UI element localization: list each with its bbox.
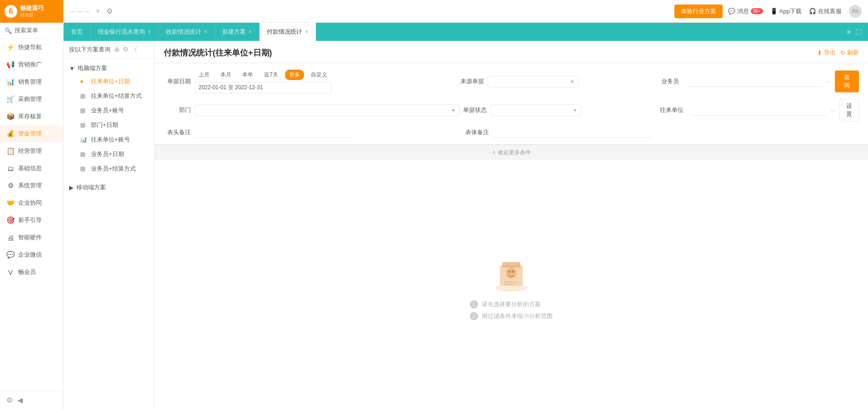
tabbar: 首页 现金银行流水查询 × 收款情况统计 × 新建方案 × 付款情况统计 × ✕…: [64, 23, 868, 41]
date-range-input[interactable]: 2022-01-01 至 2022-12-31: [195, 82, 331, 93]
tab-bank-flow[interactable]: 现金银行流水查询 ×: [90, 23, 159, 41]
scheme-item-partner-account[interactable]: 📊 往来单位+账号: [69, 132, 149, 147]
dept-date-icon: ▦: [80, 121, 87, 129]
refresh-button[interactable]: ↻ 刷新: [840, 49, 859, 57]
operation-icon: 📋: [6, 147, 15, 155]
trial-button[interactable]: 体验行业方案: [674, 5, 723, 18]
message-item[interactable]: 💬 消息 99+: [728, 7, 763, 15]
tab-receipt-stats[interactable]: 收款情况统计 ×: [159, 23, 215, 41]
sidebar-item-vip[interactable]: V 畅会员: [0, 263, 63, 281]
sidebar-item-sales[interactable]: 📊 销售管理: [0, 73, 63, 91]
collapse-sidebar-icon[interactable]: ◀: [17, 396, 23, 404]
tab-new-scheme-close[interactable]: ×: [249, 29, 252, 35]
sidebar-item-enterprise[interactable]: 🤝 企业协同: [0, 194, 63, 212]
partner-date-icon: ●: [80, 78, 87, 85]
tab-new-scheme[interactable]: 新建方案 ×: [215, 23, 259, 41]
search-menu[interactable]: 🔍 搜索菜单: [0, 23, 63, 39]
mobile-group-label: 移动端方案: [76, 183, 106, 192]
service-icon: 🎧: [809, 8, 816, 15]
purchase-icon: 🛒: [6, 95, 15, 103]
filter-col-header-remark: 表头备注: [164, 127, 462, 138]
date-btn-7days[interactable]: 近7天: [260, 70, 282, 80]
sidebar-item-purchase[interactable]: 🛒 采购管理: [0, 91, 63, 108]
tab-home[interactable]: 首页: [64, 23, 90, 41]
doc-status-select-wrap: [490, 105, 581, 116]
sidebar-label-sales: 销售管理: [18, 78, 42, 86]
scheme-settings-icon[interactable]: ⚙: [123, 45, 129, 54]
settings-bottom-icon[interactable]: ⚙: [6, 396, 13, 404]
scheme-group-mobile: ▶ 移动端方案: [64, 178, 154, 195]
partner-more-icon[interactable]: ···: [831, 107, 836, 114]
breadcrumb: — — —: [70, 8, 90, 15]
empty-illustration: [489, 249, 534, 295]
scheme-item-salesman-account[interactable]: ▦ 业务员+账号: [69, 103, 149, 118]
scheme-item-partner-settle[interactable]: ▦ 往来单位+结算方式: [69, 89, 149, 103]
scheme-group-desktop-header[interactable]: ▼ 电脑端方案: [69, 62, 149, 74]
user-avatar[interactable]: Rit: [849, 5, 862, 18]
svg-point-4: [508, 270, 511, 273]
sidebar-item-operation[interactable]: 📋 经营管理: [0, 142, 63, 160]
empty-state: 1 请先选择要分析的方案 2 用过滤条件来缩小分析范围: [155, 160, 868, 409]
partner-input[interactable]: [691, 105, 827, 116]
scheme-add-icon[interactable]: ⊕: [114, 45, 120, 54]
header-remark-input[interactable]: [195, 127, 354, 138]
sidebar-item-wechat[interactable]: 💬 企业微信: [0, 246, 63, 263]
scheme-header-icons: ⊕ ⚙ 《: [114, 45, 137, 54]
sidebar-item-system[interactable]: ⚙ 系统管理: [0, 177, 63, 194]
header-remark-label: 表头备注: [164, 128, 191, 136]
message-label: 消息: [737, 7, 749, 15]
sidebar-item-capital[interactable]: 💰 资金管理: [0, 125, 63, 142]
scheme-item-salesman-settle[interactable]: ▦ 业务员+结算方式: [69, 162, 149, 176]
sidebar-label-purchase: 采购管理: [18, 95, 42, 103]
empty-tip-1: 1 请先选择要分析的方案: [470, 300, 553, 308]
sales-icon: 📊: [6, 78, 15, 86]
topbar-settings-icon[interactable]: ⚙: [106, 7, 113, 15]
scheme-group-desktop: ▼ 电脑端方案 ● 往来单位+日期 ▦ 往来单位+结算方式 ▦ 业务员+账号: [64, 59, 154, 178]
scheme-item-partner-date[interactable]: ● 往来单位+日期: [69, 74, 149, 89]
date-range-value: 2022-01-01 至 2022-12-31: [199, 84, 263, 91]
hardware-icon: 🖨: [6, 234, 15, 242]
tab-receipt-stats-close[interactable]: ×: [204, 29, 207, 35]
tab-payment-stats-close[interactable]: ×: [305, 29, 308, 35]
date-btn-more[interactable]: 更多: [285, 70, 304, 80]
sidebar-label-system: 系统管理: [18, 182, 42, 190]
scheme-item-dept-date[interactable]: ▦ 部门+日期: [69, 118, 149, 132]
online-service-item[interactable]: 🎧 在线客服: [809, 7, 842, 15]
scheme-item-salesman-date-label: 业务员+日期: [91, 150, 124, 158]
salesman-more-icon[interactable]: ···: [826, 78, 831, 85]
settings-button[interactable]: 设置: [839, 99, 859, 121]
date-btn-last-month[interactable]: 上月: [195, 70, 214, 80]
sidebar-item-basic[interactable]: 🗂 基础信息: [0, 160, 63, 177]
tab-payment-stats[interactable]: 付款情况统计 ×: [259, 23, 316, 41]
sidebar-item-marketing[interactable]: 📢 营销推广: [0, 56, 63, 73]
sidebar-label-quick-nav: 快捷导航: [18, 43, 42, 51]
collapse-bar[interactable]: ∧ 收起更多条件: [155, 145, 868, 160]
sidebar-item-quick-nav[interactable]: ⚡ 快捷导航: [0, 39, 63, 56]
salesman-input[interactable]: [686, 76, 823, 87]
guide-icon: 🎯: [6, 216, 15, 224]
sidebar-label-marketing: 营销推广: [18, 61, 42, 69]
empty-tips: 1 请先选择要分析的方案 2 用过滤条件来缩小分析范围: [470, 300, 553, 320]
sidebar-item-inventory[interactable]: 📦 库存核算: [0, 108, 63, 125]
tab-bank-flow-close[interactable]: ×: [148, 29, 151, 35]
capital-icon: 💰: [6, 130, 15, 138]
date-btn-this-month[interactable]: 本月: [216, 70, 235, 80]
sidebar-item-guide[interactable]: 🎯 新手引导: [0, 212, 63, 229]
source-doc-select[interactable]: [488, 76, 579, 87]
app-download-item[interactable]: 📱 App下载: [770, 7, 802, 15]
date-btn-this-year[interactable]: 本年: [238, 70, 257, 80]
scheme-group-mobile-header[interactable]: ▶ 移动端方案: [69, 182, 149, 193]
dept-select[interactable]: [195, 105, 459, 116]
scheme-item-salesman-date[interactable]: ▦ 业务员+日期: [69, 147, 149, 162]
body-remark-input[interactable]: [493, 127, 652, 138]
sidebar-item-hardware[interactable]: 🖨 智能硬件: [0, 229, 63, 246]
export-button[interactable]: ⬆ 导出: [817, 49, 836, 57]
query-button[interactable]: 查询: [835, 71, 859, 92]
date-btn-custom[interactable]: 自定义: [307, 70, 331, 80]
sidebar-label-vip: 畅会员: [18, 268, 36, 276]
scheme-collapse-icon[interactable]: 《: [131, 45, 137, 54]
window-close-icon[interactable]: ✕: [846, 29, 851, 35]
scheme-header: 按以下方案查询 ⊕ ⚙ 《: [64, 41, 154, 59]
window-maximize-icon[interactable]: ⛶: [856, 29, 862, 35]
doc-status-select[interactable]: [490, 105, 581, 116]
